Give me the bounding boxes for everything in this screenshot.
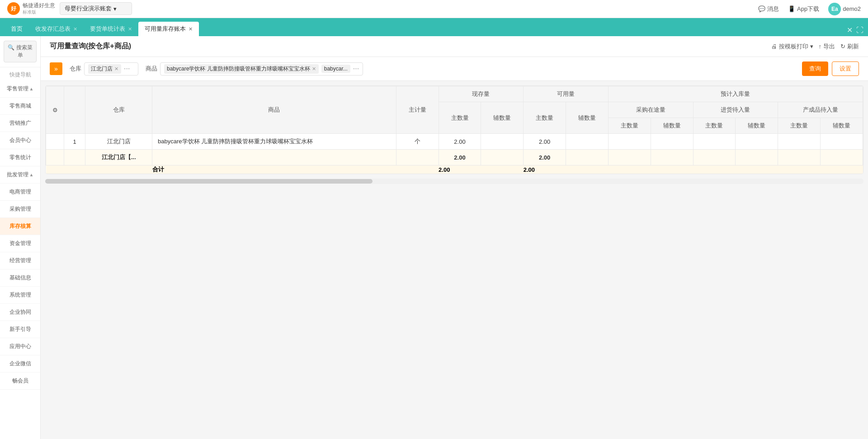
cell-index: 1 <box>64 134 85 150</box>
inventory-table: ⚙ 仓库 商品 主计量 现存量 可用量 预计入库量 主数量 辅数量 主数量 辅数… <box>46 86 863 174</box>
sidebar-item-batch-mgmt[interactable]: 批发管理 ▲ <box>0 166 40 184</box>
user-area[interactable]: Ea demo2 <box>828 3 861 15</box>
warehouse-more-icon[interactable]: ··· <box>124 65 130 73</box>
main-layout: 🔍 搜索菜单 快捷导航 零售管理 ▲ 零售商城 营销推广 会员中心 零售统计 批… <box>0 36 868 439</box>
sidebar-item-member[interactable]: 会员中心 <box>0 132 40 149</box>
store-selector[interactable]: 母婴行业演示账套 ▾ <box>60 2 132 15</box>
warehouse-input[interactable]: 江北门店 ✕ ··· <box>84 62 138 76</box>
filter-toggle-button[interactable]: » <box>50 62 62 75</box>
table-row: 江北门店【... 2.00 2.00 <box>46 150 863 165</box>
settings-button[interactable]: 设置 <box>832 61 859 76</box>
th-pur-aux: 辅数量 <box>651 118 693 134</box>
product-more-icon[interactable]: ··· <box>353 65 359 73</box>
cell-gear[interactable] <box>46 150 64 165</box>
avatar: Ea <box>828 3 841 15</box>
th-existing-aux: 辅数量 <box>481 102 524 134</box>
refresh-button[interactable]: ↻ 刷新 <box>840 42 859 51</box>
th-available-aux: 辅数量 <box>566 102 609 134</box>
product-tag2: babycar... <box>321 65 350 73</box>
nav-tabs-actions: ✕ ⛶ <box>847 26 863 36</box>
tab-orders-close[interactable]: ✕ <box>128 26 132 32</box>
th-product: 商品 <box>152 86 396 134</box>
warehouse-filter-field: 仓库 江北门店 ✕ ··· <box>70 62 138 76</box>
sidebar-item-retail-mgmt-arrow: ▲ <box>29 86 34 91</box>
tab-inventory[interactable]: 可用量库存账本 ✕ <box>138 22 199 36</box>
sidebar-item-finance-label: 资金管理 <box>9 240 31 247</box>
logo-area: 好 畅捷通好生意 标准版 <box>7 2 55 15</box>
tab-receipts-label: 收发存汇总表 <box>35 25 71 33</box>
footer-pur-aux <box>651 165 693 174</box>
sidebar-item-purchase-label: 采购管理 <box>9 205 31 213</box>
product-tag2-text: babycar... <box>324 66 348 72</box>
sidebar-item-retail-stats[interactable]: 零售统计 <box>0 149 40 166</box>
msg-button[interactable]: 💬 消息 <box>758 5 779 13</box>
tab-receipts[interactable]: 收发存汇总表 ✕ <box>29 22 84 36</box>
warehouse-tag-close[interactable]: ✕ <box>114 66 118 72</box>
cell-gear[interactable] <box>46 134 64 150</box>
sidebar-item-member-label: 会员中心 <box>9 137 31 144</box>
footer-existing-aux <box>481 165 524 174</box>
sidebar-item-ecommerce[interactable]: 电商管理 <box>0 184 40 201</box>
expand-icon[interactable]: ⛶ <box>856 26 863 34</box>
th-unit: 主计量 <box>396 86 439 134</box>
app-icon: 📱 <box>788 5 795 12</box>
sidebar-item-retail-mall[interactable]: 零售商城 <box>0 98 40 115</box>
footer-unit <box>396 165 439 174</box>
sidebar-item-inventory-check[interactable]: 库存核算 <box>0 218 40 235</box>
nav-tabs: 首页 收发存汇总表 ✕ 要货单统计表 ✕ 可用量库存账本 ✕ ✕ ⛶ <box>0 18 868 36</box>
sidebar-item-enterprise-wechat[interactable]: 企业微信 <box>0 355 40 373</box>
footer-warehouse <box>85 165 152 174</box>
tab-receipts-close[interactable]: ✕ <box>73 26 77 32</box>
tab-home[interactable]: 首页 <box>5 22 29 36</box>
cell-pur-main <box>608 134 651 150</box>
cell-available-aux <box>566 150 609 165</box>
sidebar-item-purchase[interactable]: 采购管理 <box>0 201 40 218</box>
sidebar: 🔍 搜索菜单 快捷导航 零售管理 ▲ 零售商城 营销推广 会员中心 零售统计 批… <box>0 36 41 439</box>
print-button[interactable]: 🖨 按模板打印 ▾ <box>771 42 813 51</box>
tab-orders[interactable]: 要货单统计表 ✕ <box>84 22 138 36</box>
tab-inventory-close[interactable]: ✕ <box>189 26 193 32</box>
sidebar-item-basic-info[interactable]: 基础信息 <box>0 269 40 287</box>
inventory-table-wrap: ⚙ 仓库 商品 主计量 现存量 可用量 预计入库量 主数量 辅数量 主数量 辅数… <box>45 85 863 174</box>
cell-inc-main <box>693 134 736 150</box>
horizontal-scrollbar[interactable] <box>45 179 863 184</box>
th-production-group: 产成品待入量 <box>778 102 863 118</box>
close-all-icon[interactable]: ✕ <box>847 26 853 34</box>
cell-available-aux <box>566 134 609 150</box>
scrollbar-thumb[interactable] <box>45 179 373 184</box>
sidebar-item-business-label: 经营管理 <box>9 257 31 264</box>
sidebar-item-member2[interactable]: 畅会员 <box>0 373 40 390</box>
sidebar-item-enterprise[interactable]: 企业协同 <box>0 304 40 321</box>
sidebar-item-system[interactable]: 系统管理 <box>0 287 40 304</box>
sidebar-item-business[interactable]: 经营管理 <box>0 252 40 269</box>
cell-pur-main <box>608 150 651 165</box>
tab-inventory-label: 可用量库存账本 <box>145 25 186 33</box>
th-gear[interactable]: ⚙ <box>46 86 64 134</box>
sidebar-item-marketing[interactable]: 营销推广 <box>0 115 40 132</box>
filter-toggle-icon: » <box>54 65 58 72</box>
print-dropdown-icon: ▾ <box>810 43 813 50</box>
sidebar-quick-nav-label: 快捷导航 <box>0 67 40 80</box>
top-bar-left: 好 畅捷通好生意 标准版 母婴行业演示账套 ▾ <box>7 2 132 15</box>
query-button[interactable]: 查询 <box>802 61 828 76</box>
footer-gear <box>46 165 64 174</box>
cell-existing-aux <box>481 134 524 150</box>
sidebar-item-retail-mgmt[interactable]: 零售管理 ▲ <box>0 80 40 98</box>
table-row: 1 江北门店 babycare学饮杯 儿童防摔防撞吸管杯重力球吸嘴杯宝宝水杯 个… <box>46 134 863 150</box>
product-input[interactable]: babycare学饮杯 儿童防摔防撞吸管杯重力球吸嘴杯宝宝水杯 ✕ babyca… <box>160 62 363 76</box>
product-tag1-close[interactable]: ✕ <box>312 66 316 72</box>
th-index <box>64 86 85 134</box>
export-button[interactable]: ↑ 导出 <box>819 42 835 51</box>
footer-available-aux <box>566 165 609 174</box>
app-download-button[interactable]: 📱 App下载 <box>788 5 819 13</box>
cell-unit: 个 <box>396 134 439 150</box>
sidebar-search-button[interactable]: 🔍 搜索菜单 <box>4 41 37 62</box>
export-icon: ↑ <box>819 43 822 50</box>
sidebar-item-finance[interactable]: 资金管理 <box>0 235 40 252</box>
cell-pur-aux <box>651 134 693 150</box>
filter-actions: 查询 设置 <box>802 61 859 76</box>
sidebar-item-app-center[interactable]: 应用中心 <box>0 338 40 355</box>
app-label: App下载 <box>797 5 819 13</box>
top-bar: 好 畅捷通好生意 标准版 母婴行业演示账套 ▾ 💬 消息 📱 App下载 Ea … <box>0 0 868 18</box>
sidebar-item-new-guide[interactable]: 新手引导 <box>0 321 40 338</box>
